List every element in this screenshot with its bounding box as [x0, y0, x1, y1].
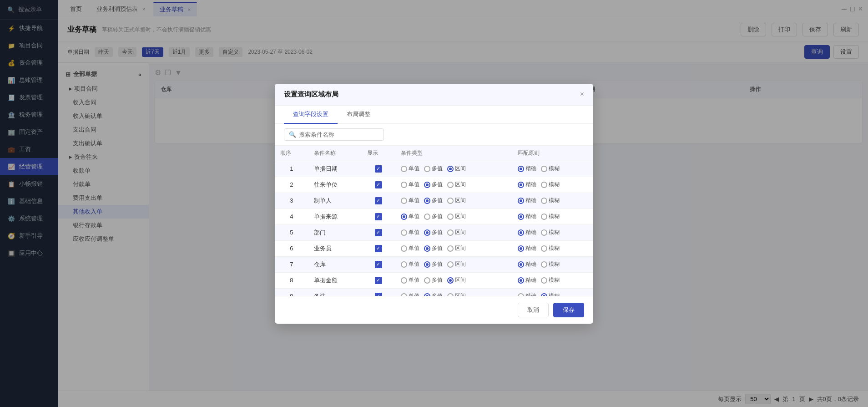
cell-type: 单值多值区间 [395, 272, 512, 288]
radio-match_exact[interactable]: 精确 [518, 260, 536, 268]
cell-type: 单值多值区间 [395, 288, 512, 296]
radio-match_fuzzy[interactable]: 模糊 [541, 244, 560, 252]
radio-match_fuzzy[interactable]: 模糊 [541, 292, 560, 296]
display-checkbox[interactable]: ✓ [375, 277, 382, 284]
radio-dot [401, 229, 407, 236]
display-checkbox[interactable]: ✓ [375, 213, 382, 220]
radio-type_single[interactable]: 单值 [401, 244, 419, 252]
display-checkbox[interactable]: ✓ [375, 261, 382, 268]
radio-type_range[interactable]: 区间 [447, 229, 466, 236]
radio-type_range[interactable]: 区间 [447, 213, 466, 220]
display-checkbox[interactable]: ✓ [375, 293, 382, 296]
cell-type: 单值多值区间 [395, 209, 512, 224]
radio-dot [518, 293, 524, 296]
radio-match_exact[interactable]: 精确 [518, 181, 536, 188]
cell-order: 7 [275, 256, 308, 272]
dialog-close-button[interactable]: × [580, 90, 584, 98]
radio-type_multi[interactable]: 多值 [424, 229, 443, 236]
radio-type_single[interactable]: 单值 [401, 276, 419, 284]
radio-match_exact[interactable]: 精确 [518, 213, 536, 220]
radio-type_range[interactable]: 区间 [447, 260, 466, 268]
radio-type_multi[interactable]: 多值 [424, 213, 443, 220]
radio-match_exact[interactable]: 精确 [518, 165, 536, 173]
radio-dot [541, 166, 547, 172]
radio-dot [401, 245, 407, 252]
radio-match_fuzzy[interactable]: 模糊 [541, 260, 560, 268]
radio-type_single[interactable]: 单值 [401, 213, 419, 220]
cell-match: 精确模糊 [512, 240, 593, 256]
cell-match: 精确模糊 [512, 224, 593, 240]
radio-dot [447, 245, 454, 252]
radio-dot [424, 293, 430, 296]
radio-dot [447, 229, 454, 236]
radio-type_multi[interactable]: 多值 [424, 260, 443, 268]
radio-match_exact[interactable]: 精确 [518, 197, 536, 204]
display-checkbox[interactable]: ✓ [375, 197, 382, 204]
radio-type_single[interactable]: 单值 [401, 229, 419, 236]
radio-match_exact[interactable]: 精确 [518, 229, 536, 236]
radio-type_range[interactable]: 区间 [447, 165, 466, 173]
radio-type_single[interactable]: 单值 [401, 260, 419, 268]
cell-match: 精确模糊 [512, 177, 593, 193]
radio-dot [447, 214, 454, 220]
radio-type_single[interactable]: 单值 [401, 292, 419, 296]
cell-match: 精确模糊 [512, 161, 593, 177]
tab-field-settings[interactable]: 查询字段设置 [284, 106, 338, 124]
radio-type_range[interactable]: 区间 [447, 292, 466, 296]
radio-match_exact[interactable]: 精确 [518, 292, 536, 296]
cell-name: 业务员 [308, 240, 362, 256]
radio-dot [541, 182, 547, 188]
cell-order: 8 [275, 272, 308, 288]
radio-dot [424, 198, 430, 204]
radio-type_multi[interactable]: 多值 [424, 165, 443, 173]
cell-name: 部门 [308, 224, 362, 240]
radio-dot [447, 198, 454, 204]
radio-match_exact[interactable]: 精确 [518, 244, 536, 252]
cell-display: ✓ [362, 256, 395, 272]
radio-match_fuzzy[interactable]: 模糊 [541, 276, 560, 284]
radio-match_exact[interactable]: 精确 [518, 276, 536, 284]
cell-type: 单值多值区间 [395, 177, 512, 193]
cancel-button[interactable]: 取消 [518, 303, 549, 317]
cell-name: 仓库 [308, 256, 362, 272]
radio-match_fuzzy[interactable]: 模糊 [541, 197, 560, 204]
radio-match_fuzzy[interactable]: 模糊 [541, 229, 560, 236]
radio-type_range[interactable]: 区间 [447, 197, 466, 204]
radio-dot [541, 293, 547, 296]
radio-dot [518, 182, 524, 188]
tab-layout-adjust[interactable]: 布局调整 [338, 106, 379, 124]
radio-match_fuzzy[interactable]: 模糊 [541, 213, 560, 220]
radio-type_multi[interactable]: 多值 [424, 181, 443, 188]
save-dialog-button[interactable]: 保存 [553, 303, 584, 317]
radio-type_multi[interactable]: 多值 [424, 244, 443, 252]
radio-dot [518, 245, 524, 252]
radio-type_multi[interactable]: 多值 [424, 197, 443, 204]
th-display: 显示 [362, 146, 395, 161]
radio-type_range[interactable]: 区间 [447, 181, 466, 188]
cell-display: ✓ [362, 288, 395, 296]
display-checkbox[interactable]: ✓ [375, 229, 382, 236]
radio-dot [518, 229, 524, 236]
radio-match_fuzzy[interactable]: 模糊 [541, 181, 560, 188]
radio-type_multi[interactable]: 多值 [424, 292, 443, 296]
cell-name: 制单人 [308, 193, 362, 209]
search-input[interactable] [299, 131, 376, 138]
radio-type_range[interactable]: 区间 [447, 276, 466, 284]
table-row: 5部门✓单值多值区间精确模糊 [275, 224, 593, 240]
radio-type_multi[interactable]: 多值 [424, 276, 443, 284]
cell-match: 精确模糊 [512, 288, 593, 296]
radio-dot [424, 182, 430, 188]
display-checkbox[interactable]: ✓ [375, 245, 382, 252]
radio-type_single[interactable]: 单值 [401, 197, 419, 204]
display-checkbox[interactable]: ✓ [375, 165, 382, 173]
radio-dot [447, 182, 454, 188]
radio-type_single[interactable]: 单值 [401, 165, 419, 173]
radio-type_range[interactable]: 区间 [447, 244, 466, 252]
radio-dot [401, 293, 407, 296]
radio-dot [401, 198, 407, 204]
radio-dot [518, 277, 524, 284]
display-checkbox[interactable]: ✓ [375, 181, 382, 188]
radio-dot [541, 214, 547, 220]
radio-match_fuzzy[interactable]: 模糊 [541, 165, 560, 173]
radio-type_single[interactable]: 单值 [401, 181, 419, 188]
